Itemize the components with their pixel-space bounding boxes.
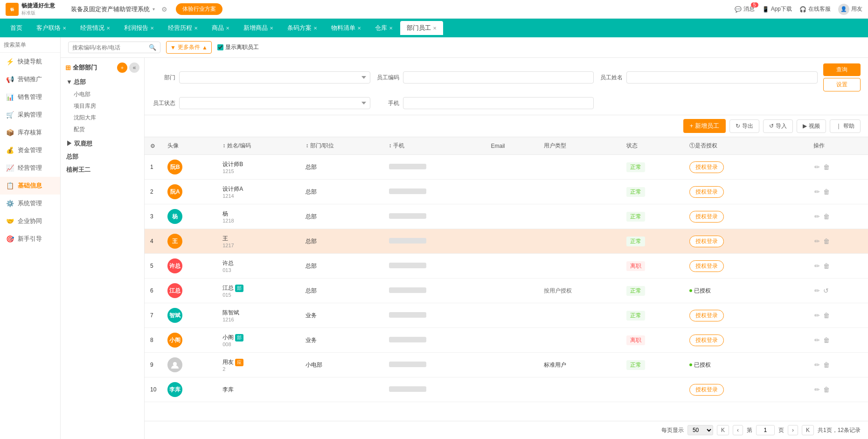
all-departments[interactable]: ⊞ 全部部门	[65, 63, 97, 72]
per-page-select[interactable]: 50 20 100	[687, 425, 713, 435]
close-icon[interactable]: ✕	[62, 26, 66, 31]
tab-add-goods[interactable]: 新增商品✕	[237, 21, 280, 35]
sidebar-item-sales[interactable]: 📊 销售管理	[0, 88, 60, 106]
edit-button[interactable]: ✏	[813, 212, 821, 221]
col-name-code[interactable]: ↕ 姓名/编码	[217, 137, 300, 155]
tab-home[interactable]: 首页	[4, 21, 29, 35]
sidebar-item-quick-nav[interactable]: ⚡ 快捷导航	[0, 53, 60, 70]
delete-button[interactable]: 🗑	[822, 360, 831, 369]
prev-page-button[interactable]: ‹	[733, 425, 743, 435]
edit-button[interactable]: ✏	[813, 335, 821, 345]
close-icon[interactable]: ✕	[357, 26, 361, 31]
close-icon[interactable]: ✕	[433, 26, 437, 31]
dept-node-zongbu[interactable]: ▼ 总部	[64, 76, 140, 89]
video-button[interactable]: ▶ 视频	[797, 119, 826, 133]
tab-customer[interactable]: 客户联络✕	[30, 21, 73, 35]
settings-icon[interactable]: ⚙	[161, 6, 167, 13]
delete-button[interactable]: 🗑	[822, 261, 831, 271]
dept-child-project[interactable]: 项目库房	[64, 100, 140, 112]
set-button[interactable]: 设置	[823, 78, 861, 91]
sidebar-item-marketing[interactable]: 📢 营销推广	[0, 70, 60, 88]
close-icon[interactable]: ✕	[226, 26, 229, 31]
tab-barcode[interactable]: 条码方案✕	[281, 21, 324, 35]
col-settings[interactable]: ⚙	[145, 137, 162, 155]
message-item[interactable]: 💬 消息 5	[735, 5, 755, 13]
tab-history[interactable]: 经营历程✕	[161, 21, 204, 35]
emp-code-input[interactable]	[403, 71, 594, 84]
sidebar-item-finance[interactable]: 💰 资金管理	[0, 141, 60, 159]
authorize-button[interactable]: 授权登录	[689, 236, 724, 247]
delete-button[interactable]: 🗑	[822, 212, 831, 221]
show-resigned-checkbox[interactable]: 显示离职员工	[217, 43, 259, 51]
close-icon[interactable]: ✕	[150, 26, 154, 31]
authorize-button[interactable]: 授权登录	[689, 334, 724, 346]
tab-warehouse[interactable]: 仓库✕	[368, 21, 399, 35]
delete-button[interactable]: 🗑	[822, 187, 831, 196]
emp-status-select[interactable]	[179, 97, 370, 109]
first-page-button[interactable]: K	[717, 425, 729, 435]
app-download-item[interactable]: 📱 App下载	[762, 5, 792, 13]
trial-button[interactable]: 体验行业方案	[176, 3, 222, 15]
edit-button[interactable]: ✏	[813, 286, 821, 295]
tab-goods[interactable]: 商品✕	[205, 21, 236, 35]
edit-button[interactable]: ✏	[813, 187, 821, 196]
tab-profit[interactable]: 利润报告✕	[118, 21, 160, 35]
dept-select[interactable]	[179, 71, 370, 84]
employee-search-input[interactable]	[72, 44, 147, 51]
edit-button[interactable]: ✏	[813, 162, 821, 172]
edit-button[interactable]: ✏	[813, 261, 821, 271]
tab-bom[interactable]: 物料清单✕	[325, 21, 368, 35]
import-button[interactable]: ↺ 导入	[763, 119, 793, 133]
close-icon[interactable]: ✕	[389, 26, 393, 31]
dept-node-shuanglu[interactable]: ▶ 双鹿想	[64, 137, 140, 150]
sidebar-item-system[interactable]: ⚙️ 系统管理	[0, 195, 60, 212]
search-button[interactable]: 查询	[823, 63, 861, 76]
last-page-button[interactable]: K	[802, 425, 814, 435]
close-icon[interactable]: ✕	[313, 26, 317, 31]
delete-button[interactable]: 🗑	[822, 385, 831, 394]
authorize-button[interactable]: 授权登录	[689, 186, 724, 198]
more-conditions-btn[interactable]: ▼ 更多条件 ▲	[166, 41, 212, 54]
delete-button[interactable]: 🗑	[822, 311, 831, 320]
page-number-input[interactable]	[756, 425, 775, 435]
edit-button[interactable]: ✏	[813, 311, 821, 320]
edit-button[interactable]: ✏	[813, 360, 821, 369]
col-dept-pos[interactable]: ↕ 部门/职位	[300, 137, 383, 155]
dept-child-xiaodian[interactable]: 小电部	[64, 89, 140, 100]
edit-button[interactable]: ✏	[813, 385, 821, 394]
sidebar-search[interactable]: 🔍	[0, 37, 60, 53]
dept-node-planting[interactable]: 植树王二	[64, 163, 140, 176]
authorize-button[interactable]: 授权登录	[689, 211, 724, 223]
dept-node-zongbu2[interactable]: 总部	[64, 150, 140, 163]
authorize-button[interactable]: 授权登录	[689, 161, 724, 173]
next-page-button[interactable]: ›	[788, 425, 798, 435]
search-box[interactable]: 🔍	[68, 42, 160, 53]
emp-name-input[interactable]	[626, 71, 818, 84]
sidebar-item-enterprise[interactable]: 🤝 企业协同	[0, 212, 60, 230]
export-button[interactable]: ↻ 导出	[729, 119, 759, 133]
close-icon[interactable]: ✕	[270, 26, 273, 31]
dept-child-shenyang[interactable]: 沈阳大库	[64, 112, 140, 124]
col-phone[interactable]: ↕ 手机	[383, 137, 486, 155]
close-icon[interactable]: ✕	[106, 26, 110, 31]
close-icon[interactable]: ✕	[194, 26, 198, 31]
phone-input[interactable]	[403, 97, 594, 109]
delete-button[interactable]: 🗑	[822, 162, 831, 172]
delete-button[interactable]: 🗑	[822, 335, 831, 345]
sidebar-item-guide[interactable]: 🎯 新手引导	[0, 230, 60, 248]
dept-child-peihuo[interactable]: 配货	[64, 124, 140, 135]
add-employee-button[interactable]: + 新增员工	[683, 119, 726, 133]
authorize-button[interactable]: 授权登录	[689, 310, 724, 321]
edit-button[interactable]: ✏	[813, 237, 821, 246]
tab-operations[interactable]: 经营情况✕	[74, 21, 117, 35]
authorize-button[interactable]: 授权登录	[689, 384, 724, 396]
delete-button[interactable]: 🗑	[822, 237, 831, 246]
user-item[interactable]: 👤 用友	[838, 4, 862, 15]
sidebar-item-basic-info[interactable]: 📋 基础信息	[0, 177, 60, 195]
sidebar-item-operations[interactable]: 📈 经营管理	[0, 159, 60, 177]
authorize-button[interactable]: 授权登录	[689, 260, 724, 272]
dropdown-arrow-icon[interactable]: ▾	[153, 7, 155, 12]
resigned-checkbox-input[interactable]	[217, 44, 223, 50]
sidebar-item-inventory[interactable]: 📦 库存核算	[0, 124, 60, 141]
restore-button[interactable]: ↺	[822, 286, 830, 295]
